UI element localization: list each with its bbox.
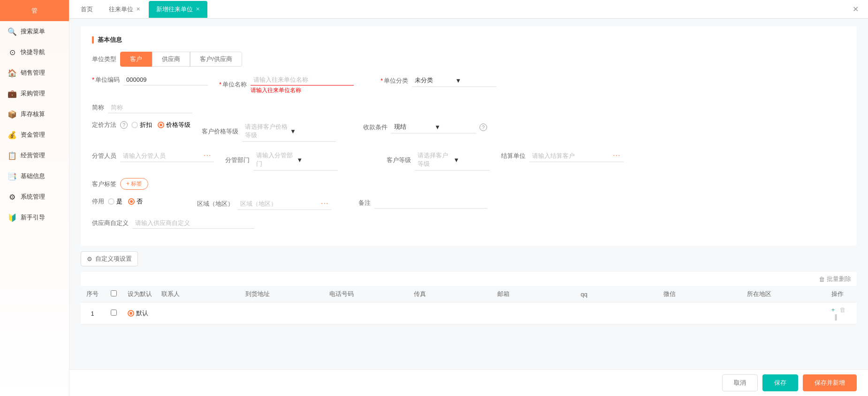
save-new-button[interactable]: 保存并新增 (803, 374, 857, 391)
payment-terms-field: 收款条件 现结 ▼ ? (363, 121, 487, 133)
sidebar-item-finance[interactable]: 💰 资金管理 (0, 124, 69, 145)
col-region: 所在地区 (742, 286, 827, 303)
row-checkbox[interactable] (111, 310, 117, 316)
default-label-text: 默认 (136, 309, 148, 318)
sidebar-logo: 管 (0, 0, 69, 21)
pricing-radio-discount[interactable]: 折扣 (131, 121, 152, 129)
settlement-dots-btn[interactable]: ··· (613, 151, 620, 160)
supplier-custom-label: 供应商自定义 (92, 219, 129, 227)
settlement-unit-input[interactable] (532, 152, 611, 159)
unit-name-label: 单位名称 (219, 80, 247, 89)
fax-input[interactable] (414, 310, 488, 317)
row-region[interactable] (742, 303, 827, 325)
sidebar-item-operations[interactable]: 📋 经营管理 (0, 145, 69, 166)
row-delivery-addr[interactable] (241, 303, 325, 325)
sidebar-item-quick-nav[interactable]: ⊙ 快捷导航 (0, 42, 69, 62)
row-phone[interactable] (325, 303, 409, 325)
payment-terms-help-icon[interactable]: ? (480, 124, 487, 131)
sidebar-item-inventory[interactable]: 📦 库存核算 (0, 104, 69, 124)
batch-delete-button[interactable]: 🗑 批量删除 (819, 275, 851, 283)
sidebar-item-basic-info[interactable]: 📑 基础信息 (0, 166, 69, 186)
unit-type-customer-btn[interactable]: 客户 (120, 52, 152, 67)
region-dots-btn[interactable]: ··· (321, 199, 328, 208)
sidebar-item-system[interactable]: ⚙ 系统管理 (0, 186, 69, 207)
manager-dots-btn[interactable]: ··· (204, 151, 211, 160)
row-wechat[interactable] (659, 303, 742, 325)
customer-tag-label: 客户标签 (92, 180, 116, 188)
chevron-down-icon4: ▼ (297, 156, 335, 163)
remark-input[interactable] (374, 197, 487, 209)
wechat-input[interactable] (663, 310, 738, 317)
window-close-button[interactable]: ✕ (847, 5, 864, 14)
unit-name-input[interactable] (251, 74, 354, 85)
disable-no-radio[interactable]: 否 (128, 197, 143, 206)
region-row-input[interactable] (747, 310, 822, 317)
row-disable-region: 停用 是 否 区域（地区） (92, 197, 845, 210)
logo-text: 管 (31, 7, 38, 15)
unit-type-supplier-btn[interactable]: 供应商 (152, 52, 190, 67)
sidebar-item-label: 基础信息 (21, 172, 45, 180)
row-fax[interactable] (409, 303, 493, 325)
select-all-checkbox[interactable] (111, 290, 117, 296)
gear-icon: ⚙ (87, 256, 92, 263)
tab-trading-unit-label: 往来单位 (109, 5, 133, 14)
pricing-radio-price-level[interactable]: 价格等级 (158, 121, 190, 129)
trash-icon: 🗑 (819, 276, 825, 283)
customer-level-placeholder: 请选择客户等级 (418, 151, 451, 168)
unit-category-select[interactable]: 未分类 ▼ (412, 74, 496, 87)
col-qq: qq (576, 286, 659, 303)
customer-price-level-select[interactable]: 请选择客户价格等级 ▼ (242, 121, 336, 142)
delivery-addr-input[interactable] (245, 310, 320, 317)
tab-trading-unit-close[interactable]: ✕ (136, 6, 140, 12)
chevron-down-icon: ▼ (455, 77, 494, 84)
payment-terms-select[interactable]: 现结 ▼ (391, 121, 476, 133)
tab-trading-unit[interactable]: 往来单位 ✕ (101, 1, 148, 18)
short-name-input[interactable] (108, 102, 192, 113)
row-qq[interactable] (576, 303, 659, 325)
payment-terms-label: 收款条件 (363, 123, 388, 132)
tab-new-trading-unit[interactable]: 新增往来单位 ✕ (149, 1, 207, 18)
manager-input[interactable] (123, 152, 202, 159)
row-default-radio[interactable]: 默认 (128, 309, 152, 318)
add-row-icon[interactable]: + (831, 306, 835, 313)
region-input[interactable] (240, 200, 319, 207)
customer-level-select[interactable]: 请选择客户等级 ▼ (415, 149, 490, 171)
row-email[interactable] (493, 303, 576, 325)
sidebar-item-guide[interactable]: 🔰 新手引导 (0, 207, 69, 228)
del-row-icon[interactable]: 🗑 (839, 306, 845, 313)
add-tag-button[interactable]: + 标签 (120, 178, 148, 190)
table-body: 1 默认 (81, 303, 857, 325)
table-row: 1 默认 (81, 303, 857, 325)
qq-input[interactable] (580, 310, 654, 317)
pricing-help-icon[interactable]: ? (120, 121, 128, 129)
sidebar-item-label: 经营管理 (21, 151, 45, 160)
contact-input[interactable] (161, 310, 236, 317)
unit-code-input[interactable] (123, 74, 208, 85)
sidebar-item-search-menu[interactable]: 🔍 搜索菜单 (0, 21, 69, 42)
disable-radio-group: 是 否 (108, 197, 143, 206)
department-select[interactable]: 请输入分管部门 ▼ (253, 149, 338, 171)
cancel-button[interactable]: 取消 (722, 374, 758, 391)
sidebar-item-label: 搜索菜单 (21, 27, 45, 36)
tab-new-trading-unit-label: 新增往来单位 (156, 5, 193, 14)
custom-settings-button[interactable]: ⚙ 自定义项设置 (81, 251, 138, 266)
save-button[interactable]: 保存 (762, 374, 798, 391)
disable-label: 停用 (92, 197, 104, 206)
sidebar-item-label: 新手引导 (21, 213, 45, 222)
supplier-custom-input[interactable] (132, 217, 254, 229)
chevron-down-icon5: ▼ (453, 156, 487, 163)
row-checkbox-cell (104, 303, 123, 325)
system-icon: ⚙ (8, 192, 17, 202)
phone-input[interactable] (329, 310, 404, 317)
basic-info-card: 基本信息 单位类型 客户 供应商 客户/供应商 单位编码 (81, 26, 857, 246)
sidebar-item-purchase[interactable]: 💼 采购管理 (0, 83, 69, 104)
unit-type-both-btn[interactable]: 客户/供应商 (190, 52, 242, 67)
disable-yes-radio[interactable]: 是 (108, 197, 122, 206)
customer-price-level-placeholder: 请选择客户价格等级 (245, 123, 288, 140)
unit-name-field: 单位名称 请输入往来单位名称 (219, 74, 369, 94)
tab-home[interactable]: 首页 (73, 1, 100, 18)
email-input[interactable] (497, 310, 571, 317)
sidebar-item-sales[interactable]: 🏠 销售管理 (0, 62, 69, 83)
tab-new-trading-unit-close[interactable]: ✕ (196, 6, 200, 12)
row-contact[interactable] (157, 303, 241, 325)
